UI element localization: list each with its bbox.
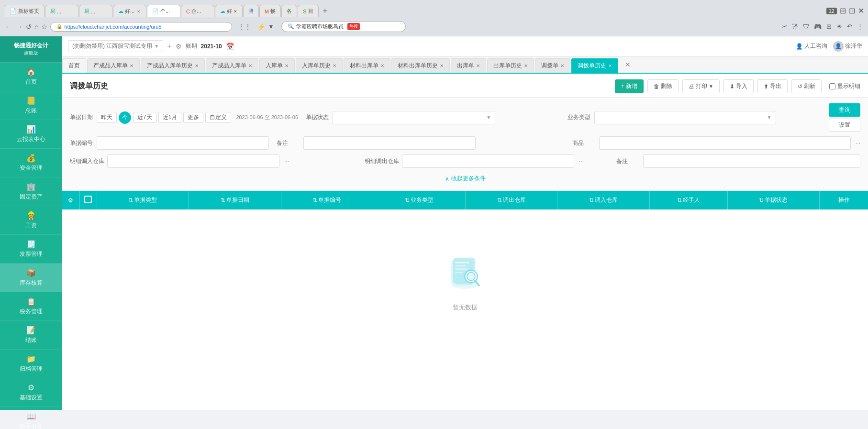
- more-date-btn[interactable]: 更多: [183, 112, 203, 123]
- new-tab-btn[interactable]: +: [319, 5, 331, 17]
- browser-tab-9[interactable]: M畅: [259, 5, 281, 17]
- last1month-btn[interactable]: 近1月: [158, 112, 182, 123]
- gear-icon[interactable]: ⚙: [176, 43, 182, 50]
- bookmark-btn[interactable]: ☆: [41, 23, 47, 31]
- user-avatar[interactable]: 👤 徐泽华: [833, 41, 862, 52]
- sidebar-item-reports[interactable]: 📊 云报表中心: [0, 120, 62, 149]
- col-no[interactable]: ⇅单据编号: [281, 191, 373, 209]
- browser-tab-11[interactable]: S目: [298, 5, 318, 17]
- browser-tab[interactable]: 📄 新标签页: [4, 5, 45, 17]
- close-icon-2[interactable]: ✕: [195, 63, 199, 68]
- expand-btn[interactable]: ▼: [268, 23, 274, 30]
- col-date[interactable]: ⇅单据日期: [189, 191, 281, 209]
- app-tab-3[interactable]: 产成品入库单 ✕: [206, 58, 258, 73]
- app-tab-1[interactable]: 产成品入库单 ✕: [87, 58, 140, 73]
- close-icon-8[interactable]: ✕: [476, 63, 480, 68]
- goods-input[interactable]: [599, 136, 851, 150]
- company-selector[interactable]: (勿删勿禁用) 江西服宝测试专用 ▼: [68, 40, 163, 52]
- collapse-btn[interactable]: ∧ 收起更多条件: [70, 173, 860, 185]
- menu-icon[interactable]: ⋮: [857, 23, 863, 30]
- app-tab-4[interactable]: 入库单 ✕: [259, 58, 295, 73]
- remark-input[interactable]: [303, 136, 476, 150]
- lightning-btn[interactable]: ⚡: [257, 23, 265, 31]
- address-bar[interactable]: 🔒 https://cloud.chanjet.com/accounting/u…: [50, 22, 232, 32]
- app-tab-8[interactable]: 出库单 ✕: [451, 58, 486, 73]
- detail-in-more-icon[interactable]: ···: [284, 158, 289, 165]
- sidebar-item-closing[interactable]: 📝 结账: [0, 321, 62, 350]
- today-btn[interactable]: 今: [119, 111, 131, 124]
- select-all-checkbox[interactable]: [84, 196, 92, 203]
- close-icon-6[interactable]: ✕: [380, 63, 384, 68]
- import-btn[interactable]: ⬇ 导入: [723, 79, 754, 93]
- browser-tab-4[interactable]: ☁ 好... ✕: [113, 5, 146, 17]
- close-icon-7[interactable]: ✕: [440, 63, 444, 68]
- custom-date-btn[interactable]: 自定义: [205, 112, 231, 123]
- close-all-btn[interactable]: ✕: [621, 59, 634, 70]
- sidebar-item-funds[interactable]: 💰 资金管理: [0, 149, 62, 177]
- app-tab-6[interactable]: 材料出库单 ✕: [344, 58, 390, 73]
- col-out-wh[interactable]: ⇅调出仓库: [465, 191, 557, 209]
- sidebar-item-guide[interactable]: 📖 新手引导: [0, 407, 62, 429]
- note-input[interactable]: [643, 154, 860, 168]
- close-icon-active[interactable]: ✕: [608, 63, 612, 68]
- close-icon-10[interactable]: ✕: [560, 63, 564, 68]
- calendar-icon[interactable]: 📅: [226, 43, 234, 50]
- col-type[interactable]: ⇅单据类型: [97, 191, 189, 209]
- browser-tab-7[interactable]: ☁好✕: [215, 5, 243, 17]
- app-tab-home[interactable]: 首页: [62, 58, 86, 73]
- print-btn[interactable]: 🖨 打印 ▼: [682, 79, 720, 93]
- browser-tab-6[interactable]: C 企...: [181, 5, 214, 17]
- sidebar-item-ledger[interactable]: 📒 总账: [0, 91, 62, 120]
- biz-type-select[interactable]: ▼: [594, 111, 776, 124]
- browser-tab-3[interactable]: 易 ...: [79, 5, 112, 17]
- detail-out-input[interactable]: [402, 154, 574, 168]
- search-bar[interactable]: 🔍 学霸应聘市场驱鸟员 热搜: [281, 21, 406, 32]
- goods-more-icon[interactable]: ···: [856, 140, 860, 146]
- display-toggle-checkbox[interactable]: [829, 83, 835, 89]
- detail-in-input[interactable]: [107, 154, 279, 168]
- sidebar-item-tax[interactable]: 📋 税务管理: [0, 292, 62, 321]
- close-icon-9[interactable]: ✕: [524, 63, 528, 68]
- checkbox-col-header[interactable]: [79, 191, 97, 209]
- customer-service-btn[interactable]: 👤 人工咨询: [796, 42, 827, 50]
- app-tab-10[interactable]: 调拨单 ✕: [535, 58, 570, 73]
- col-handler[interactable]: ⇅经手人: [649, 191, 727, 209]
- refresh-btn[interactable]: ↺: [26, 23, 32, 31]
- sidebar-item-assets[interactable]: 🏢 固定资产: [0, 177, 62, 206]
- sidebar-item-inventory[interactable]: 📦 库存核算: [0, 264, 62, 292]
- home-btn[interactable]: ⌂: [34, 23, 38, 31]
- bill-no-input[interactable]: [97, 136, 269, 150]
- last7days-btn[interactable]: 近7天: [133, 112, 156, 123]
- new-btn[interactable]: + 新增: [615, 79, 644, 93]
- query-btn[interactable]: 查询: [829, 103, 860, 117]
- sidebar-item-archive[interactable]: 📁 归档管理: [0, 350, 62, 378]
- close-icon-5[interactable]: ✕: [333, 63, 336, 68]
- browser-tab-2[interactable]: 易 ...: [45, 5, 78, 17]
- app-tab-5[interactable]: 入库单历史 ✕: [296, 58, 343, 73]
- extensions-btn[interactable]: ⋮⋮: [235, 22, 254, 32]
- settings-col-header[interactable]: ⚙: [62, 191, 79, 209]
- detail-out-more-icon[interactable]: ···: [579, 158, 584, 165]
- close-icon-4[interactable]: ✕: [285, 63, 289, 68]
- app-tab-active[interactable]: 调拨单历史 ✕: [571, 58, 618, 73]
- add-company-btn[interactable]: +: [167, 42, 171, 51]
- browser-tab-8[interactable]: 腾: [243, 5, 259, 17]
- col-biz-type[interactable]: ⇅业务类型: [373, 191, 466, 209]
- export-btn[interactable]: ⬆ 导出: [757, 79, 788, 93]
- col-status[interactable]: ⇅单据状态: [727, 191, 820, 209]
- yesterday-btn[interactable]: 昨天: [97, 112, 117, 123]
- col-in-wh[interactable]: ⇅调入仓库: [557, 191, 650, 209]
- sidebar-item-payroll[interactable]: 👷 工资: [0, 206, 62, 235]
- close-icon-1[interactable]: ✕: [130, 63, 134, 68]
- browser-tab-10[interactable]: 各: [281, 5, 297, 17]
- delete-btn[interactable]: 🗑 删除: [647, 79, 679, 93]
- sidebar-item-home[interactable]: 🏠 首页: [0, 63, 62, 91]
- app-tab-2[interactable]: 产成品入库单历史 ✕: [141, 58, 205, 73]
- app-tab-9[interactable]: 出库单历史 ✕: [487, 58, 534, 73]
- status-select[interactable]: ▼: [333, 111, 495, 124]
- back-btn[interactable]: ←: [5, 22, 12, 31]
- refresh-btn-page[interactable]: ↺ 刷新: [791, 79, 822, 93]
- sidebar-item-settings[interactable]: ⚙ 基础设置: [0, 378, 62, 407]
- browser-tab-5[interactable]: 📄 个...: [147, 5, 180, 17]
- sidebar-item-invoice[interactable]: 🧾 发票管理: [0, 235, 62, 264]
